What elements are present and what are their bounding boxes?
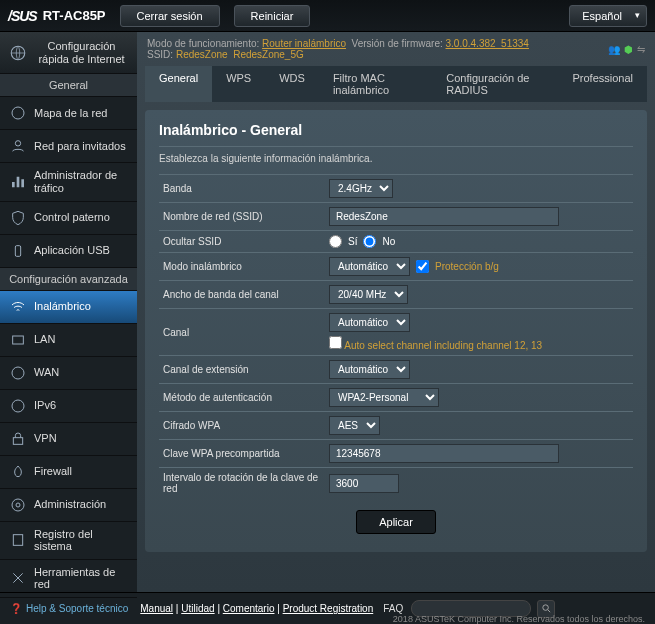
tab-radius[interactable]: Configuración de RADIUS xyxy=(432,66,558,102)
faq-link[interactable]: FAQ xyxy=(383,603,403,614)
guest-icon xyxy=(8,136,28,156)
ssid-field-label: Nombre de red (SSID) xyxy=(159,211,329,222)
gear-icon xyxy=(8,495,28,515)
sidebar-item-label: IPv6 xyxy=(34,399,56,412)
band-select[interactable]: 2.4GHz xyxy=(329,179,393,198)
shield-icon xyxy=(8,208,28,228)
enc-label: Cifrado WPA xyxy=(159,420,329,431)
auth-label: Método de autenticación xyxy=(159,392,329,403)
sidebar-lan[interactable]: LAN xyxy=(0,324,137,357)
sidebar-wan[interactable]: WAN xyxy=(0,357,137,390)
tab-macfilter[interactable]: Filtro MAC inalámbrico xyxy=(319,66,432,102)
svg-point-9 xyxy=(12,499,24,511)
bw-select[interactable]: 20/40 MHz xyxy=(329,285,408,304)
sidebar-admin[interactable]: Administración xyxy=(0,489,137,522)
vpn-icon xyxy=(8,429,28,449)
content-area: Modo de funcionamiento: Router inalámbri… xyxy=(137,32,655,592)
top-bar: /SUS RT-AC85P Cerrar sesión Reiniciar Es… xyxy=(0,0,655,32)
psk-label: Clave WPA precompartida xyxy=(159,448,329,459)
tab-professional[interactable]: Professional xyxy=(558,66,647,102)
ssid-input[interactable] xyxy=(329,207,559,226)
svg-point-1 xyxy=(12,107,24,119)
svg-point-8 xyxy=(16,503,20,507)
utility-link[interactable]: Utilidad xyxy=(181,603,214,614)
hide-no-radio[interactable] xyxy=(363,235,376,248)
sidebar-usb-app[interactable]: Aplicación USB xyxy=(0,235,137,268)
tab-general[interactable]: General xyxy=(145,66,212,102)
sidebar-quick-setup[interactable]: Configuración rápida de Internet xyxy=(0,32,137,74)
tab-wps[interactable]: WPS xyxy=(212,66,265,102)
mode-value[interactable]: Router inalámbrico xyxy=(262,38,346,49)
brand-logo: /SUS xyxy=(8,8,37,24)
sidebar-item-label: Inalámbrico xyxy=(34,300,91,313)
svg-rect-10 xyxy=(13,535,22,546)
sidebar-vpn[interactable]: VPN xyxy=(0,423,137,456)
sidebar-firewall[interactable]: Firewall xyxy=(0,456,137,489)
copyright-text: 2018 ASUSTeK Computer Inc. Reservados to… xyxy=(393,614,645,624)
settings-panel: Inalámbrico - General Establezca la sigu… xyxy=(145,110,647,552)
model-name: RT-AC85P xyxy=(43,8,106,23)
tab-wds[interactable]: WDS xyxy=(265,66,319,102)
hide-yes-radio[interactable] xyxy=(329,235,342,248)
sidebar-network-map[interactable]: Mapa de la red xyxy=(0,97,137,130)
bg-protect-label: Protección b/g xyxy=(435,261,499,272)
enc-select[interactable]: AES xyxy=(329,416,380,435)
panel-title: Inalámbrico - General xyxy=(159,122,633,146)
logout-button[interactable]: Cerrar sesión xyxy=(120,5,220,27)
apply-button[interactable]: Aplicar xyxy=(356,510,436,534)
sidebar-ipv6[interactable]: IPv6 xyxy=(0,390,137,423)
firewall-icon xyxy=(8,462,28,482)
clients-icon[interactable]: 👥 xyxy=(608,44,620,55)
mode-label: Modo de funcionamiento: xyxy=(147,38,259,49)
lan-icon xyxy=(8,330,28,350)
ssid1-value: RedesZone xyxy=(176,49,228,60)
autoch-checkbox[interactable] xyxy=(329,336,342,349)
reboot-button[interactable]: Reiniciar xyxy=(234,5,311,27)
usb-icon xyxy=(8,241,28,261)
ssid2-value: RedesZone_5G xyxy=(233,49,304,60)
map-icon xyxy=(8,103,28,123)
manual-link[interactable]: Manual xyxy=(140,603,173,614)
panel-desc: Establezca la siguiente información inal… xyxy=(159,146,633,174)
bg-protect-checkbox[interactable] xyxy=(416,260,429,273)
svg-rect-4 xyxy=(13,336,24,344)
status-bar: Modo de funcionamiento: Router inalámbri… xyxy=(137,32,655,66)
feedback-link[interactable]: Comentario xyxy=(223,603,275,614)
ext-ch-select[interactable]: Automático xyxy=(329,360,410,379)
language-select[interactable]: Español xyxy=(569,5,647,27)
svg-point-11 xyxy=(543,605,549,611)
usb-status-icon[interactable]: ⇋ xyxy=(637,44,645,55)
auth-select[interactable]: WPA2-Personal xyxy=(329,388,439,407)
sidebar-item-label: Administrador de tráfico xyxy=(34,169,129,194)
ext-ch-label: Canal de extensión xyxy=(159,364,329,375)
mode-select[interactable]: Automático xyxy=(329,257,410,276)
channel-select[interactable]: Automático xyxy=(329,313,410,332)
bw-label: Ancho de banda del canal xyxy=(159,289,329,300)
sidebar-item-label: Configuración rápida de Internet xyxy=(34,40,129,65)
log-icon xyxy=(8,530,28,550)
mode-label: Modo inalámbrico xyxy=(159,261,329,272)
fw-label: Versión de firmware: xyxy=(352,38,443,49)
sidebar-traffic[interactable]: Administrador de tráfico xyxy=(0,163,137,201)
sidebar-item-label: Firewall xyxy=(34,465,72,478)
yes-label: Sí xyxy=(348,236,357,247)
sidebar-parental[interactable]: Control paterno xyxy=(0,202,137,235)
sidebar-guest-network[interactable]: Red para invitados xyxy=(0,130,137,163)
sidebar-advanced-header: Configuración avanzada xyxy=(0,268,137,291)
help-icon: ❓ xyxy=(10,603,22,614)
sidebar-item-label: LAN xyxy=(34,333,55,346)
sidebar-item-label: Administración xyxy=(34,498,106,511)
fw-value[interactable]: 3.0.0.4.382_51334 xyxy=(446,38,529,49)
sidebar-wireless[interactable]: Inalámbrico xyxy=(0,291,137,324)
rotation-input[interactable] xyxy=(329,474,399,493)
no-label: No xyxy=(382,236,395,247)
nvram-icon[interactable]: ⬢ xyxy=(624,44,633,55)
svg-rect-3 xyxy=(15,245,20,256)
psk-input[interactable] xyxy=(329,444,559,463)
prodreg-link[interactable]: Product Registration xyxy=(283,603,374,614)
sidebar-item-label: Red para invitados xyxy=(34,140,126,153)
sidebar-nettools[interactable]: Herramientas de red xyxy=(0,560,137,598)
help-link[interactable]: ❓Help & Soporte técnico xyxy=(10,603,128,614)
sidebar-syslog[interactable]: Registro del sistema xyxy=(0,522,137,560)
sidebar-item-label: VPN xyxy=(34,432,57,445)
